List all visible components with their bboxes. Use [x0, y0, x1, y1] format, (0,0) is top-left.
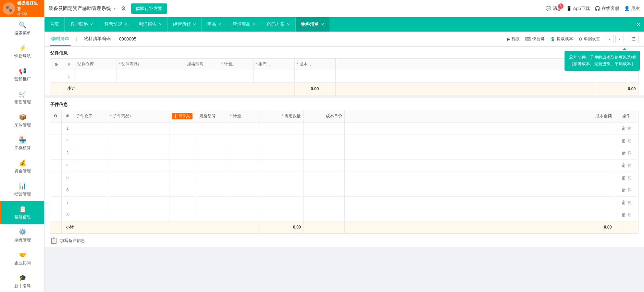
td-child-unit-price[interactable]	[303, 159, 344, 172]
close-icon[interactable]: ✕	[90, 22, 93, 27]
shortcut-btn[interactable]: ⌨ 快捷键	[525, 36, 545, 42]
tab-profit[interactable]: 利润报告 ✕	[133, 17, 168, 32]
td-child-unit-price[interactable]	[303, 184, 344, 196]
sub-tab-bom-code[interactable]: 物料清单编码	[83, 32, 112, 46]
delete-icon[interactable]: 🗑	[621, 212, 626, 218]
copy-icon[interactable]: ⎘	[628, 126, 631, 131]
td-child-spec[interactable]	[197, 135, 228, 147]
td-child-warehouse[interactable]	[74, 209, 108, 221]
td-child-unit[interactable]	[228, 209, 259, 221]
td-child-goods[interactable]	[108, 135, 170, 147]
cost-btn[interactable]: 💲 提取成本	[550, 36, 573, 42]
td-child-unit-price[interactable]	[303, 209, 344, 221]
tab-home[interactable]: 首页	[45, 17, 65, 32]
td-child-goods[interactable]	[108, 159, 170, 172]
td-spec[interactable]	[185, 70, 219, 83]
sidebar-item-basic-info[interactable]: 📋 基础信息	[0, 201, 44, 224]
topbar-dropdown-arrow[interactable]: ▾	[114, 6, 116, 11]
td-produce[interactable]	[253, 70, 294, 83]
delete-icon[interactable]: 🗑	[621, 150, 626, 156]
settings-icon[interactable]: ⚙	[119, 4, 128, 13]
delete-icon[interactable]: 🗑	[621, 138, 626, 143]
tooltip-close-btn[interactable]: ✕	[633, 53, 637, 60]
td-child-goods[interactable]	[108, 147, 170, 159]
td-parent-goods[interactable]	[116, 70, 185, 83]
td-unit[interactable]	[219, 70, 253, 83]
tab-history[interactable]: 经营历程 ✕	[168, 17, 202, 32]
menu-btn[interactable]: ☰	[629, 35, 639, 43]
sidebar-item-operations[interactable]: 📊 经营管理	[0, 178, 44, 201]
close-all-tabs[interactable]: ✕	[633, 21, 644, 28]
td-child-warehouse[interactable]	[74, 196, 108, 209]
td-child-quantity[interactable]	[259, 184, 303, 196]
online-service-item[interactable]: 🎧 在线客服	[595, 5, 619, 12]
video-btn[interactable]: ▶ 视频	[507, 36, 520, 42]
close-icon[interactable]: ✕	[159, 22, 162, 27]
td-child-spec[interactable]	[197, 147, 228, 159]
app-download-item[interactable]: 📱 App下载	[566, 5, 590, 12]
td-child-spec[interactable]	[197, 122, 228, 135]
tab-bom[interactable]: 物料清单 ✕	[296, 17, 330, 32]
td-child-warehouse[interactable]	[74, 135, 108, 147]
td-child-quantity[interactable]	[259, 159, 303, 172]
td-child-warehouse[interactable]	[74, 184, 108, 196]
td-child-unit-price[interactable]	[303, 196, 344, 209]
td-child-spec[interactable]	[197, 159, 228, 172]
copy-icon[interactable]: ⎘	[628, 212, 631, 218]
close-icon[interactable]: ✕	[193, 22, 196, 27]
td-child-unit[interactable]	[228, 172, 259, 184]
delete-icon[interactable]: 🗑	[621, 163, 626, 168]
delete-icon[interactable]: 🗑	[621, 175, 626, 180]
td-child-spec[interactable]	[197, 196, 228, 209]
td-child-goods[interactable]	[108, 184, 170, 196]
td-child-warehouse[interactable]	[74, 159, 108, 172]
close-icon[interactable]: ✕	[287, 22, 290, 27]
delete-icon[interactable]: 🗑	[621, 126, 626, 131]
sidebar-item-quick-nav[interactable]: ⚡ 快捷导航	[0, 40, 44, 63]
tab-barcode[interactable]: 条码方案 ✕	[261, 17, 296, 32]
copy-icon[interactable]: ⎘	[628, 150, 631, 156]
td-child-unit[interactable]	[228, 159, 259, 172]
tab-customer[interactable]: 客户联络 ✕	[65, 17, 99, 32]
sidebar-item-inventory[interactable]: 🏪 库存核算	[0, 132, 44, 155]
sidebar-item-sales[interactable]: 🛒 销售管理	[0, 86, 44, 109]
td-child-quantity[interactable]	[259, 122, 303, 135]
td-child-quantity[interactable]	[259, 147, 303, 159]
td-child-unit[interactable]	[228, 147, 259, 159]
close-icon[interactable]: ✕	[252, 22, 256, 27]
td-child-spec[interactable]	[197, 172, 228, 184]
td-child-unit-price[interactable]	[303, 147, 344, 159]
td-child-goods[interactable]	[108, 209, 170, 221]
tab-business[interactable]: 经营情况 ✕	[99, 17, 133, 32]
sidebar-item-system[interactable]: ⚙️ 系统管理	[0, 224, 44, 247]
settings-btn[interactable]: ⚙ 单据设置	[579, 36, 600, 42]
td-parent-warehouse[interactable]	[75, 70, 116, 83]
sidebar-item-guide[interactable]: 🎓 新手引导	[0, 270, 44, 292]
td-child-unit[interactable]	[228, 122, 259, 135]
delete-icon[interactable]: 🗑	[621, 187, 626, 193]
td-child-unit-price[interactable]	[303, 135, 344, 147]
next-arrow-btn[interactable]: ›	[615, 35, 623, 43]
td-child-unit-price[interactable]	[303, 122, 344, 135]
sidebar-item-search[interactable]: 🔍 搜索菜单	[0, 17, 44, 40]
tab-new-goods[interactable]: 新增商品 ✕	[227, 17, 261, 32]
copy-icon[interactable]: ⎘	[628, 138, 631, 143]
th-child-gear[interactable]: ⚙	[50, 110, 61, 122]
copy-icon[interactable]: ⎘	[628, 187, 631, 193]
th-gear[interactable]: ⚙	[50, 59, 63, 70]
td-child-unit[interactable]	[228, 184, 259, 196]
td-child-warehouse[interactable]	[74, 122, 108, 135]
td-child-unit-price[interactable]	[303, 172, 344, 184]
td-child-goods[interactable]	[108, 122, 170, 135]
close-icon[interactable]: ✕	[218, 22, 221, 27]
user-avatar[interactable]: 👤 用友	[624, 5, 640, 12]
sidebar-item-finance[interactable]: 💰 资金管理	[0, 155, 44, 178]
scan-button[interactable]: 扫码录入	[172, 113, 193, 119]
close-icon[interactable]: ✕	[321, 22, 324, 27]
copy-icon[interactable]: ⎘	[628, 175, 631, 180]
td-child-unit[interactable]	[228, 196, 259, 209]
td-child-spec[interactable]	[197, 184, 228, 196]
sidebar-item-purchase[interactable]: 📦 采购管理	[0, 109, 44, 132]
trial-button[interactable]: 体验行业方案	[131, 3, 167, 14]
prev-arrow-btn[interactable]: ‹	[606, 35, 614, 43]
